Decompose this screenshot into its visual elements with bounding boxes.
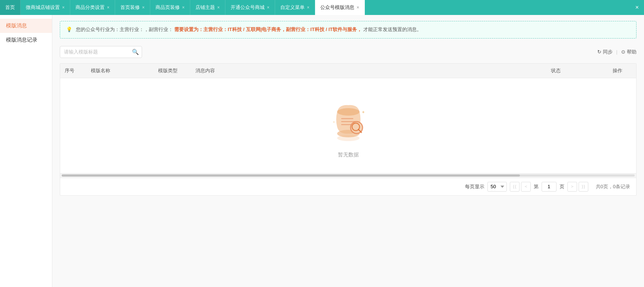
nav-home-decor[interactable]: 首页装修 × (115, 0, 150, 15)
info-banner-suffix: 才能正常发送预置的消息。 (363, 27, 422, 32)
help-button[interactable]: ⊙ 帮助 (621, 49, 637, 55)
help-label: 帮助 (627, 49, 637, 55)
nav-shop-theme[interactable]: 店铺主题 × (190, 0, 225, 15)
nav-home-label: 首页 (5, 4, 15, 11)
search-bar: 🔍 ↻ 同步 | ⊙ 帮助 (60, 46, 637, 58)
svg-text:✦: ✦ (333, 120, 335, 124)
info-banner-prefix: 您的公众号行业为：主营行业：，副营行业： (76, 27, 173, 32)
nav-product-decor-close[interactable]: × (182, 5, 185, 10)
nav-template-msg-close[interactable]: × (357, 5, 359, 10)
sidebar-item-template-msg-label: 模版消息 (6, 22, 27, 28)
sidebar-item-template-msg-record-label: 模版消息记录 (6, 37, 37, 43)
search-input[interactable] (60, 46, 142, 58)
search-button[interactable]: 🔍 (132, 49, 139, 55)
info-banner: 💡 您的公众号行业为：主营行业：，副营行业： 需要设置为：主营行业：IT科技 /… (60, 21, 637, 39)
nav-open-mall-close[interactable]: × (267, 5, 269, 10)
scrollbar-track (62, 174, 635, 177)
empty-state-icon: ✦ ✦ (326, 101, 371, 146)
nav-shop-settings-close[interactable]: × (62, 5, 65, 10)
empty-state: ✦ ✦ 暂无数据 (60, 78, 636, 173)
th-action: 操作 (599, 64, 636, 78)
toolbar-right: ↻ 同步 | ⊙ 帮助 (597, 49, 637, 55)
nav-close-all-button[interactable]: × (630, 0, 644, 15)
page-size-dropdown[interactable]: 50 10 20 100 (487, 182, 507, 192)
total-info: 共0页，0条记录 (596, 183, 630, 190)
first-page-button[interactable]: ⟨⟨ (510, 182, 520, 192)
last-page-button[interactable]: ⟩⟩ (579, 182, 588, 192)
nav-shop-theme-close[interactable]: × (217, 5, 220, 10)
th-type: 模版类型 (154, 64, 191, 78)
page-suffix: 页 (560, 183, 564, 190)
th-name: 模版名称 (86, 64, 154, 78)
nav-category-settings-close[interactable]: × (107, 5, 110, 10)
nav-shop-settings-label: 微商城店铺设置 (26, 4, 60, 11)
help-icon: ⊙ (621, 49, 625, 55)
nav-category-settings-label: 商品分类设置 (76, 4, 105, 11)
page-nav: ⟨⟨ ＜ 第 页 ＞ ⟩⟩ (510, 182, 588, 192)
data-table: 序号 模版名称 模版类型 消息内容 状态 操作 (60, 63, 637, 196)
nav-open-mall[interactable]: 开通公众号商城 × (225, 0, 275, 15)
nav-custom-menu-label: 自定义菜单 (280, 4, 305, 11)
main-content: 💡 您的公众号行业为：主营行业：，副营行业： 需要设置为：主营行业：IT科技 /… (52, 15, 644, 287)
page-size-select: 50 10 20 100 (487, 182, 507, 192)
search-icon: 🔍 (132, 49, 139, 55)
next-page-button[interactable]: ＞ (567, 182, 577, 192)
page-label: 第 (534, 183, 539, 190)
nav-home[interactable]: 首页 (0, 0, 21, 15)
sidebar-item-template-msg[interactable]: 模版消息 (0, 19, 52, 33)
sync-button[interactable]: ↻ 同步 (597, 49, 613, 55)
th-content: 消息内容 (191, 64, 546, 78)
nav-open-mall-label: 开通公众号商城 (231, 4, 265, 11)
page-input[interactable] (542, 182, 557, 192)
table-header: 序号 模版名称 模版类型 消息内容 状态 操作 (60, 64, 636, 78)
info-icon: 💡 (66, 27, 72, 32)
sync-label: 同步 (603, 49, 613, 55)
sidebar-item-template-msg-record[interactable]: 模版消息记录 (0, 33, 52, 47)
nav-home-decor-label: 首页装修 (120, 4, 140, 11)
table-scrollbar[interactable] (60, 173, 636, 178)
pagination: 每页显示 50 10 20 100 ⟨⟨ ＜ 第 页 ＞ ⟩⟩ (60, 178, 636, 195)
info-banner-highlight: 需要设置为：主营行业：IT科技 / 互联网|电子商务，副营行业：IT科技 / I… (174, 27, 362, 32)
nav-template-msg-label: 公众号模版消息 (320, 4, 354, 11)
nav-product-decor-label: 商品页装修 (155, 4, 180, 11)
toolbar-divider: | (616, 49, 617, 55)
prev-page-button[interactable]: ＜ (521, 182, 531, 192)
nav-product-decor[interactable]: 商品页装修 × (150, 0, 190, 15)
nav-template-msg[interactable]: 公众号模版消息 × (315, 0, 365, 15)
svg-point-1 (337, 108, 360, 116)
th-status: 状态 (546, 64, 599, 78)
main-layout: 模版消息 模版消息记录 💡 您的公众号行业为：主营行业：，副营行业： 需要设置为… (0, 15, 644, 287)
search-input-wrap: 🔍 (60, 46, 142, 58)
svg-text:✦: ✦ (361, 110, 365, 115)
sidebar: 模版消息 模版消息记录 (0, 15, 52, 287)
page-size-label: 每页显示 (465, 183, 484, 190)
nav-shop-theme-label: 店铺主题 (195, 4, 215, 11)
top-nav: 首页 微商城店铺设置 × 商品分类设置 × 首页装修 × 商品页装修 × 店铺主… (0, 0, 644, 15)
empty-text: 暂无数据 (338, 152, 359, 158)
nav-category-settings[interactable]: 商品分类设置 × (70, 0, 115, 15)
nav-custom-menu[interactable]: 自定义菜单 × (275, 0, 315, 15)
close-all-icon: × (635, 4, 639, 11)
scrollbar-thumb (62, 174, 520, 177)
sync-icon: ↻ (597, 49, 601, 55)
nav-home-decor-close[interactable]: × (142, 5, 145, 10)
nav-custom-menu-close[interactable]: × (307, 5, 309, 10)
th-seq: 序号 (60, 64, 86, 78)
nav-shop-settings[interactable]: 微商城店铺设置 × (21, 0, 70, 15)
